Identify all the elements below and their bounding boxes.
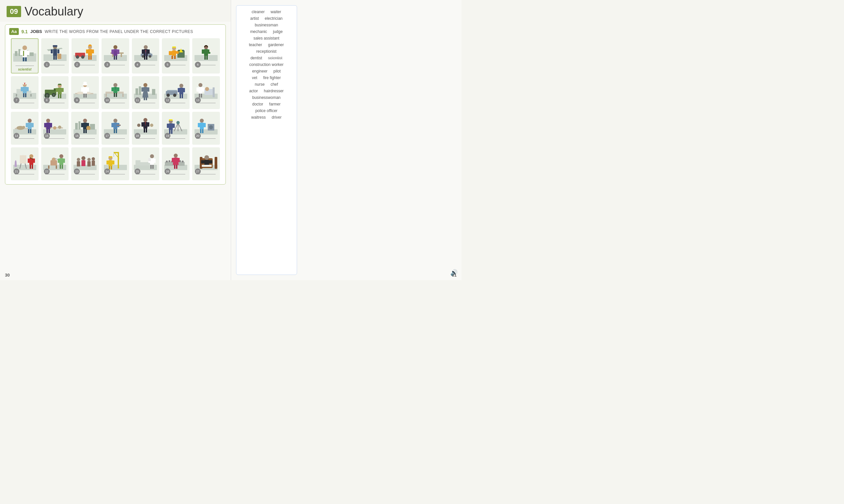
svg-rect-91 — [62, 88, 64, 92]
svg-rect-125 — [144, 97, 145, 100]
word-police-officer: police officer — [255, 108, 277, 113]
svg-rect-17 — [57, 50, 59, 53]
card-12-line[interactable] — [166, 103, 186, 103]
card-27-line[interactable] — [196, 174, 216, 174]
svg-rect-105 — [84, 94, 85, 97]
card-24-line[interactable] — [106, 174, 125, 174]
card-22: 22 — [41, 147, 69, 180]
svg-rect-30 — [88, 56, 90, 60]
svg-rect-78 — [27, 87, 29, 91]
svg-rect-104 — [81, 87, 83, 92]
activity-instruction: WRITE THE WORDS FROM THE PANEL UNDER THE… — [45, 29, 193, 34]
card-21: 21 — [11, 147, 39, 180]
word-artist: artist — [250, 16, 259, 21]
svg-rect-152 — [28, 123, 32, 129]
svg-rect-67 — [204, 56, 206, 60]
svg-rect-39 — [111, 50, 113, 54]
svg-point-151 — [28, 119, 32, 123]
svg-rect-73 — [30, 94, 32, 96]
svg-point-45 — [144, 45, 148, 49]
svg-rect-175 — [81, 123, 83, 127]
card-21-line[interactable] — [15, 174, 34, 174]
svg-rect-182 — [113, 123, 118, 129]
card-14-number: 14 — [14, 133, 19, 139]
svg-rect-271 — [152, 165, 154, 169]
svg-rect-120 — [152, 89, 155, 95]
card-20-number: 20 — [195, 133, 201, 139]
svg-rect-115 — [114, 93, 115, 97]
svg-rect-294 — [202, 165, 212, 167]
svg-rect-232 — [48, 165, 50, 169]
svg-rect-58 — [176, 51, 179, 54]
right-page: cleaner waiter artist electrician busine… — [231, 0, 462, 280]
card-23-number: 23 — [74, 168, 80, 174]
svg-rect-142 — [198, 87, 202, 94]
card-14-line[interactable] — [15, 139, 34, 139]
svg-rect-71 — [17, 89, 21, 92]
svg-rect-92 — [56, 88, 58, 92]
svg-point-160 — [53, 126, 56, 129]
svg-rect-284 — [174, 165, 175, 169]
svg-point-192 — [150, 124, 153, 127]
svg-rect-59 — [172, 56, 173, 59]
card-7-line[interactable] — [15, 103, 34, 103]
card-13: 13 — [192, 76, 220, 109]
card-19-line[interactable] — [166, 139, 186, 139]
card-10-number: 10 — [104, 97, 110, 103]
svg-rect-184 — [111, 123, 113, 127]
word-chef: chef — [271, 82, 278, 87]
word-actor: actor — [249, 89, 258, 93]
card-13-line[interactable] — [196, 103, 216, 103]
word-row-8: dentist scientist — [241, 56, 292, 60]
card-23-line[interactable] — [75, 174, 95, 174]
svg-rect-252 — [118, 152, 119, 168]
svg-rect-19 — [53, 56, 55, 60]
svg-rect-218 — [202, 129, 203, 133]
svg-rect-119 — [139, 86, 141, 95]
svg-rect-124 — [141, 87, 143, 92]
card-17-line[interactable] — [106, 139, 125, 139]
card-26: 26 — [162, 147, 190, 180]
svg-rect-126 — [146, 97, 147, 100]
svg-point-150 — [22, 126, 25, 129]
svg-rect-50 — [144, 56, 145, 60]
svg-rect-132 — [179, 88, 183, 94]
svg-rect-34 — [112, 54, 113, 57]
svg-rect-90 — [58, 88, 62, 94]
svg-rect-101 — [83, 84, 87, 85]
word-fire-fighter: fire fighter — [263, 75, 281, 80]
svg-point-281 — [174, 154, 178, 158]
word-vet: vet — [252, 75, 257, 80]
svg-rect-135 — [180, 94, 181, 98]
card-7-number: 7 — [14, 97, 19, 103]
svg-rect-143 — [202, 87, 204, 92]
svg-rect-16 — [53, 45, 57, 47]
svg-rect-239 — [60, 165, 61, 169]
svg-point-172 — [83, 119, 87, 123]
card-16-line[interactable] — [75, 139, 95, 139]
card-7: 7 — [11, 76, 39, 109]
card-4-number: 4 — [134, 61, 141, 68]
svg-rect-291 — [204, 160, 209, 165]
svg-rect-20 — [55, 56, 57, 60]
card-26-line[interactable] — [166, 174, 186, 174]
svg-point-235 — [59, 154, 63, 158]
word-scientist: scientist — [268, 56, 282, 60]
word-electrician: electrician — [265, 16, 283, 21]
svg-rect-171 — [90, 124, 95, 129]
svg-rect-114 — [111, 87, 113, 91]
card-20-line[interactable] — [196, 139, 216, 139]
word-row-3: businessman — [241, 23, 292, 28]
card-21-number: 21 — [14, 168, 19, 174]
svg-rect-35 — [121, 54, 122, 57]
card-17: 17 — [102, 112, 129, 145]
card-10-line[interactable] — [106, 103, 125, 103]
card-3: 3 — [102, 38, 129, 73]
card-9-line[interactable] — [75, 103, 95, 103]
images-grid-row4: 21 — [9, 147, 221, 180]
svg-rect-179 — [85, 129, 87, 133]
svg-rect-1 — [15, 51, 17, 56]
word-pilot: pilot — [273, 69, 281, 73]
card-1-illustration — [43, 40, 67, 64]
svg-point-25 — [81, 55, 84, 59]
